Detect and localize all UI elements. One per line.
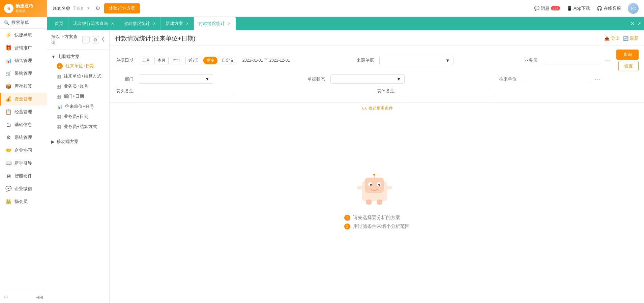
- sidebar-item-inventory[interactable]: 📦库存核算: [0, 80, 47, 93]
- sidebar-item-guide[interactable]: 📖新手引导: [0, 157, 47, 170]
- desktop-group-label: 电脑端方案: [58, 54, 80, 60]
- scheme-item-dept-date[interactable]: ▦ 部门+日期: [47, 91, 109, 101]
- message-icon: 💬: [534, 6, 539, 11]
- salesman-input[interactable]: [543, 56, 599, 64]
- source-select[interactable]: ▼: [379, 56, 453, 65]
- close-all-tabs-btn[interactable]: ✕: [631, 21, 635, 26]
- this-month-btn[interactable]: 本月: [154, 57, 169, 64]
- counterparty-input[interactable]: [522, 75, 589, 83]
- sidebar-item-sales[interactable]: 📊销售管理: [0, 54, 47, 67]
- collapse-scheme-panel-btn[interactable]: ❮: [101, 36, 105, 43]
- nav-icon-basic: 🗂: [5, 122, 12, 128]
- last-month-btn[interactable]: 上月: [139, 57, 153, 64]
- scheme-item-salesman-account[interactable]: ▦ 业务员+账号: [47, 81, 109, 91]
- nav-label-marketing: 营销推广: [14, 45, 32, 51]
- search-icon: 🔍: [4, 20, 9, 25]
- trial-btn[interactable]: 体验行业方案: [104, 3, 140, 13]
- salesman-filter-label: 业务员: [519, 57, 537, 63]
- scheme-item-salesman-payment[interactable]: ▦ 业务员+结算方式: [47, 122, 109, 132]
- scheme-settings-btn[interactable]: ⚙: [92, 36, 99, 43]
- scheme-panel-label: 按以下方案查询: [51, 34, 80, 46]
- scheme-item-salesman-date-label: 业务员+日期: [64, 114, 88, 120]
- tab-bank-flow-close[interactable]: ✕: [111, 22, 114, 26]
- header-note-input[interactable]: [139, 87, 233, 95]
- sidebar-item-member[interactable]: 👑畅会员: [0, 195, 47, 208]
- settings-icon[interactable]: ⚙: [4, 295, 8, 300]
- main-content: 账套名称 子账套 ▼ ⚙ 体验行业方案 💬 消息 99+ 📱 App下载 🎧 在…: [47, 0, 644, 303]
- scheme-panel-actions: + ⚙ ❮: [82, 36, 105, 43]
- user-avatar[interactable]: Rit: [628, 3, 639, 14]
- nav-label-guide: 新手引导: [14, 160, 32, 166]
- body-note-label: 表体备注: [376, 88, 394, 94]
- add-scheme-btn[interactable]: +: [82, 36, 90, 43]
- sidebar-item-quick-nav[interactable]: ⚡快捷导航: [0, 29, 47, 41]
- svg-rect-10: [366, 200, 372, 205]
- collapse-sidebar-btn[interactable]: ◀◀: [36, 295, 43, 300]
- scheme-item-salesman-date[interactable]: ▦ 业务员+日期: [47, 112, 109, 122]
- nav-icon-guide: 📖: [5, 160, 12, 166]
- tab-new-scheme-close[interactable]: ✕: [186, 22, 189, 26]
- export-icon: 📤: [604, 36, 610, 41]
- messages-btn[interactable]: 💬 消息 99+: [534, 5, 560, 11]
- dept-select[interactable]: ▼: [139, 74, 213, 84]
- nav-icon-ops: 📋: [5, 109, 12, 115]
- sidebar-item-system[interactable]: ⚙系统管理: [0, 131, 47, 144]
- scheme-item-unit-date[interactable]: ● 往来单位+日期: [47, 61, 109, 71]
- refresh-btn[interactable]: 🔄 刷新: [623, 35, 639, 41]
- date-quick-btns: 上月 本月 本年 近7天 更多 自定义: [139, 57, 237, 64]
- maximize-btn[interactable]: ⤢: [637, 21, 641, 26]
- custom-date-btn[interactable]: 自定义: [219, 57, 237, 64]
- tab-receipts-stat[interactable]: 收款情况统计 ✕: [119, 17, 161, 30]
- scheme-item-unit-account[interactable]: 📊 往来单位+账号: [47, 101, 109, 112]
- tab-bank-flow[interactable]: 现金银行流水查询 ✕: [68, 17, 119, 30]
- hint-num-2: 2: [344, 223, 350, 230]
- app-download-btn[interactable]: 📱 App下载: [567, 5, 590, 11]
- query-btn[interactable]: 查询: [616, 50, 639, 60]
- svg-point-5: [378, 184, 380, 186]
- tab-payment-stat[interactable]: 付款情况统计 ✕: [194, 17, 236, 30]
- tab-payment-stat-close[interactable]: ✕: [228, 22, 231, 26]
- account-sub: 子账套: [73, 6, 84, 11]
- sidebar-item-wechat[interactable]: 💬企业微信: [0, 182, 47, 195]
- scheme-item-unit-payment[interactable]: ▦ 往来单位+结算方式: [47, 71, 109, 81]
- tab-new-scheme[interactable]: 新建方案 ✕: [161, 17, 194, 30]
- counterparty-dots-btn[interactable]: ···: [595, 77, 601, 82]
- sidebar-item-hardware[interactable]: 🖥智能硬件: [0, 170, 47, 182]
- page-title: 付款情况统计(往来单位+日期): [115, 34, 196, 42]
- more-date-btn[interactable]: 更多: [203, 57, 217, 64]
- scheme-group-desktop-header[interactable]: ▼ 电脑端方案: [47, 52, 109, 61]
- salesman-dots-btn[interactable]: ···: [605, 58, 611, 63]
- bill-status-select[interactable]: ▼: [330, 74, 405, 84]
- scheme-item-icon: ▦: [57, 124, 61, 129]
- body-note-input[interactable]: [400, 87, 494, 95]
- nav-label-system: 系统管理: [14, 134, 32, 141]
- tab-home[interactable]: 首页: [50, 17, 68, 30]
- sidebar: 6 畅捷通巧 标准版 🔍 搜索菜单 ⚡快捷导航🎁营销推广📊销售管理🛒采购管理📦库…: [0, 0, 47, 303]
- sidebar-item-basic[interactable]: 🗂基础信息: [0, 118, 47, 131]
- scheme-group-mobile-header[interactable]: ▶ 移动端方案: [47, 137, 109, 146]
- filter-settings-btn[interactable]: 设置: [618, 61, 639, 71]
- sidebar-item-purchase[interactable]: 🛒采购管理: [0, 67, 47, 80]
- desktop-group-arrow-icon: ▼: [51, 54, 56, 59]
- collapse-filter-btn[interactable]: ∧∧ 收起更多条件: [110, 103, 644, 114]
- nav-icon-inventory: 📦: [5, 83, 12, 89]
- date-filter-label: 单据日期: [115, 57, 134, 63]
- scheme-item-icon: ▦: [57, 114, 61, 119]
- sidebar-item-ops[interactable]: 📋经营管理: [0, 105, 47, 118]
- scheme-item-icon: ▦: [57, 84, 61, 89]
- this-year-btn[interactable]: 本年: [170, 57, 184, 64]
- sidebar-item-corp[interactable]: 🤝企业协同: [0, 144, 47, 157]
- sidebar-item-marketing[interactable]: 🎁营销推广: [0, 41, 47, 54]
- service-btn[interactable]: 🎧 在线客服: [597, 5, 621, 11]
- active-scheme-icon: ●: [57, 63, 63, 69]
- sidebar-search[interactable]: 🔍 搜索菜单: [0, 17, 47, 29]
- account-selector[interactable]: 账套名称 子账套 ▼: [53, 5, 90, 11]
- export-btn[interactable]: 📤 导出: [604, 35, 620, 41]
- last-7days-btn[interactable]: 近7天: [185, 57, 202, 64]
- empty-hints: 1 请先选择要分析的方案 2 用过滤条件来缩小分析范围: [344, 215, 410, 230]
- topbar-settings-icon[interactable]: ⚙: [95, 5, 100, 11]
- sidebar-item-finance[interactable]: 💰资金管理: [0, 93, 47, 105]
- nav-label-wechat: 企业微信: [14, 186, 32, 192]
- mobile-group-arrow-icon: ▶: [51, 139, 55, 144]
- tab-receipts-stat-close[interactable]: ✕: [153, 22, 156, 26]
